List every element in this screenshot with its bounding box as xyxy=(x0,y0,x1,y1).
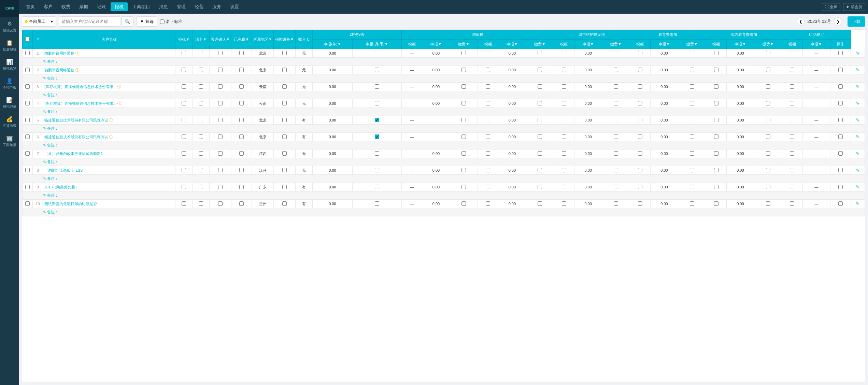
local-check2[interactable] xyxy=(790,84,794,89)
vat-check2[interactable] xyxy=(486,151,490,156)
vat-check1[interactable] xyxy=(461,118,466,122)
edu-check2[interactable] xyxy=(714,118,718,122)
device-checkbox[interactable] xyxy=(282,151,287,156)
stamp-check1[interactable] xyxy=(838,134,843,139)
local-check2[interactable] xyxy=(790,118,794,122)
vat-check2[interactable] xyxy=(486,201,490,206)
local-check1[interactable] xyxy=(766,84,770,89)
stamp-check1[interactable] xyxy=(838,151,843,156)
device-checkbox[interactable] xyxy=(282,118,287,122)
row-checkbox[interactable] xyxy=(25,68,30,72)
stamp-check1[interactable] xyxy=(838,51,843,55)
nav-service[interactable]: 服务 xyxy=(208,2,225,11)
city-check1[interactable] xyxy=(614,68,618,72)
sidebar-item-huisuan[interactable]: 💰 汇算清缴 xyxy=(0,113,19,132)
row-checkbox-cell[interactable] xyxy=(23,116,33,125)
vat-check1[interactable] xyxy=(461,201,466,206)
filter-button[interactable]: ▼ 筛选 xyxy=(136,16,157,27)
stamp-check1[interactable] xyxy=(838,185,843,189)
checkbox-label-mingxia[interactable]: 名下标准 xyxy=(160,19,182,25)
edu-check2[interactable] xyxy=(714,68,718,72)
completed-checkbox[interactable] xyxy=(239,51,244,55)
fullscreen-btn[interactable]: ⛶ 全屏 xyxy=(822,3,840,11)
completed-checkbox[interactable] xyxy=(239,151,244,156)
device-checkbox[interactable] xyxy=(282,185,287,189)
search-input[interactable] xyxy=(59,16,120,27)
city-check1[interactable] xyxy=(614,84,618,89)
chaoshui-checkbox[interactable] xyxy=(182,68,186,72)
row-checkbox[interactable] xyxy=(25,84,30,89)
edu-check1[interactable] xyxy=(690,201,694,206)
row-checkbox-cell[interactable] xyxy=(23,66,33,74)
edu-check2[interactable] xyxy=(714,168,718,172)
completed-checkbox[interactable] xyxy=(239,185,244,189)
qingka-checkbox[interactable] xyxy=(199,201,203,206)
chaoshui-checkbox[interactable] xyxy=(182,168,186,172)
edu-check1[interactable] xyxy=(690,118,694,122)
chaoshui-checkbox[interactable] xyxy=(182,185,186,189)
vat-check1[interactable] xyxy=(461,84,466,89)
edit-icon[interactable]: ✎ xyxy=(856,151,860,156)
confirm-checkbox[interactable] xyxy=(218,51,223,55)
row-checkbox[interactable] xyxy=(25,151,30,156)
local-check2[interactable] xyxy=(790,68,794,72)
local-check2[interactable] xyxy=(790,134,794,139)
sidebar-item-zonglang[interactable]: 📊 报税总览 xyxy=(0,55,19,74)
nav-home[interactable]: 首页 xyxy=(22,2,39,11)
city-check1[interactable] xyxy=(614,168,618,172)
city-check2[interactable] xyxy=(638,68,642,72)
employee-filter-select[interactable]: 全部员工 ▾ xyxy=(22,16,56,27)
vat-check3[interactable] xyxy=(538,101,542,105)
stamp-check1[interactable] xyxy=(838,68,843,72)
edu-check1[interactable] xyxy=(690,185,694,189)
sidebar-item-geshuishenbao[interactable]: 👤 个税申报 xyxy=(0,74,19,94)
city-check1[interactable] xyxy=(614,101,618,105)
edu-check1[interactable] xyxy=(690,101,694,105)
edit-icon[interactable]: ✎ xyxy=(856,51,860,56)
vat-check2[interactable] xyxy=(486,51,490,55)
edu-check2[interactable] xyxy=(714,201,718,206)
chaoshui-checkbox[interactable] xyxy=(182,101,186,105)
city-check2[interactable] xyxy=(638,118,642,122)
local-check2[interactable] xyxy=(790,185,794,189)
qingka-checkbox[interactable] xyxy=(199,51,203,55)
row-checkbox[interactable] xyxy=(25,101,30,105)
local-check1[interactable] xyxy=(766,134,770,139)
city-check2[interactable] xyxy=(638,151,642,156)
qingka-checkbox[interactable] xyxy=(199,134,203,139)
vat-check1[interactable] xyxy=(461,168,466,172)
edit-icon[interactable]: ✎ xyxy=(856,184,860,190)
stamp-check1[interactable] xyxy=(838,84,843,89)
city-check2[interactable] xyxy=(638,101,642,105)
stamp-check1[interactable] xyxy=(838,101,843,105)
city-check2[interactable] xyxy=(638,51,642,55)
edit-icon[interactable]: ✎ xyxy=(856,168,860,173)
qingka-checkbox[interactable] xyxy=(199,101,203,105)
vat-check3[interactable] xyxy=(538,168,542,172)
caibao-year-checkbox[interactable] xyxy=(375,118,379,122)
vat-check3[interactable] xyxy=(538,118,542,122)
caibao-year-checkbox[interactable] xyxy=(375,134,379,139)
device-checkbox[interactable] xyxy=(282,51,287,55)
row-checkbox-cell[interactable] xyxy=(23,99,33,108)
sidebar-item-baoshuishezhi[interactable]: ⚙ 报税设置 xyxy=(0,17,19,36)
completed-checkbox[interactable] xyxy=(239,168,244,172)
city-check1[interactable] xyxy=(614,201,618,206)
city-check1[interactable] xyxy=(614,118,618,122)
device-checkbox[interactable] xyxy=(282,84,287,89)
local-check1[interactable] xyxy=(766,51,770,55)
confirm-checkbox[interactable] xyxy=(218,118,223,122)
mingxia-checkbox[interactable] xyxy=(160,19,165,24)
select-all-checkbox[interactable] xyxy=(25,37,30,41)
completed-checkbox[interactable] xyxy=(239,134,244,139)
chaoshui-checkbox[interactable] xyxy=(182,201,186,206)
confirm-checkbox[interactable] xyxy=(218,201,223,206)
confirm-checkbox[interactable] xyxy=(218,134,223,139)
edit-icon[interactable]: ✎ xyxy=(856,84,860,89)
confirm-checkbox[interactable] xyxy=(218,168,223,172)
city-check2[interactable] xyxy=(638,185,642,189)
city-check2[interactable] xyxy=(638,168,642,172)
local-check1[interactable] xyxy=(766,168,770,172)
edit-icon[interactable]: ✎ xyxy=(856,117,860,123)
edu-check2[interactable] xyxy=(714,84,718,89)
